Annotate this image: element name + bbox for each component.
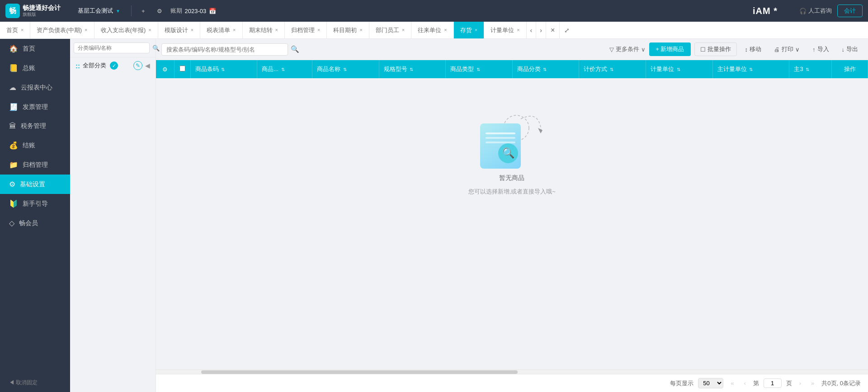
tab-subject-init-close[interactable]: ×: [359, 28, 362, 33]
horizontal-scrollbar[interactable]: [156, 369, 868, 374]
import-button[interactable]: ↑ 导入: [808, 43, 834, 56]
product-search-icon[interactable]: 🔍: [291, 45, 299, 53]
col-name[interactable]: 商品名称 ⇅: [312, 60, 379, 78]
sort-spec-icon: ⇅: [410, 67, 413, 72]
add-product-label: + 新增商品: [656, 45, 684, 53]
sidebar-item-member[interactable]: ◇ 畅会员: [0, 213, 70, 233]
tab-subject-init[interactable]: 科目期初 ×: [327, 22, 369, 39]
kuaiji-button[interactable]: 会计: [837, 5, 863, 17]
sort-code-icon: ⇅: [281, 67, 285, 72]
add-product-button[interactable]: + 新增商品: [649, 43, 690, 56]
first-page-button[interactable]: «: [728, 379, 736, 387]
move-button[interactable]: ↕ 移动: [741, 43, 766, 56]
sidebar-item-guide[interactable]: 🔰 新手引导: [0, 194, 70, 213]
col-extra[interactable]: 主3 ⇅: [789, 60, 832, 78]
page-number-input[interactable]: [764, 378, 782, 388]
scroll-thumb[interactable]: [201, 370, 518, 374]
tab-dept-employee-close[interactable]: ×: [402, 28, 405, 33]
product-search-input[interactable]: [161, 43, 288, 56]
plus-icon: +: [142, 8, 145, 14]
last-page-button[interactable]: »: [808, 379, 817, 387]
tab-home-label: 首页: [6, 26, 18, 34]
tab-income-close[interactable]: ×: [148, 28, 151, 33]
next-page-button[interactable]: ›: [797, 379, 804, 387]
tab-template-close[interactable]: ×: [191, 28, 193, 33]
prev-page-button[interactable]: ‹: [741, 379, 748, 387]
chevron-down-icon: ▼: [116, 9, 120, 14]
tab-close-all-button[interactable]: ×: [546, 22, 560, 39]
calendar-icon[interactable]: 📅: [209, 8, 216, 14]
sidebar-item-archive[interactable]: 📁 归档管理: [0, 155, 70, 175]
sort-name-icon: ⇅: [343, 67, 347, 72]
tab-period-transfer[interactable]: 期末结转 ×: [243, 22, 285, 39]
tab-balance-sheet[interactable]: 资产负债表(中期) ×: [30, 22, 94, 39]
col-unit[interactable]: 计量单位 ⇅: [646, 60, 713, 78]
category-search-area: 🔍: [70, 39, 156, 57]
tab-period-transfer-close[interactable]: ×: [275, 28, 278, 33]
col-price-method[interactable]: 计价方式 ⇅: [579, 60, 646, 78]
tab-bar: 首页 × 资产负债表(中期) × 收入支出表(年报) × 模版设计 × 税表清单…: [0, 22, 868, 39]
tab-contacts[interactable]: 往来单位 ×: [411, 22, 453, 39]
tab-inventory[interactable]: 存货 ×: [454, 22, 484, 39]
sidebar-item-reports[interactable]: ☁ 云报表中心: [0, 78, 70, 97]
settle-icon: 💰: [9, 141, 18, 150]
tab-next-button[interactable]: ›: [536, 22, 546, 39]
company-selector[interactable]: 基层工会测试 ▼: [73, 5, 125, 17]
col-code[interactable]: 商品... ⇅: [257, 60, 312, 78]
tab-home-close[interactable]: ×: [21, 28, 24, 33]
col-barcode[interactable]: 商品条码 ⇅: [190, 60, 257, 78]
tab-contacts-close[interactable]: ×: [444, 28, 447, 33]
sidebar-item-tax[interactable]: 🏛 税务管理: [0, 117, 70, 136]
sidebar-item-ledger[interactable]: 📒 总账: [0, 58, 70, 78]
sidebar-item-home[interactable]: 🏠 首页: [0, 39, 70, 58]
select-all-checkbox[interactable]: [179, 66, 185, 71]
settings-button[interactable]: ⚙: [153, 6, 166, 16]
category-edit-button[interactable]: ✎: [133, 61, 142, 70]
col-main-unit[interactable]: 主计量单位 ⇅: [712, 60, 789, 78]
cloud-icon: ☁: [9, 83, 16, 92]
service-button[interactable]: 🎧 人工咨询: [799, 7, 832, 15]
tab-template[interactable]: 模版设计 ×: [158, 22, 200, 39]
tab-prev-button[interactable]: ‹: [527, 22, 537, 39]
col-spec[interactable]: 规格型号 ⇅: [379, 60, 446, 78]
tab-template-label: 模版设计: [165, 26, 188, 34]
tab-archive-close[interactable]: ×: [317, 28, 320, 33]
tab-unit[interactable]: 计量单位 ×: [484, 22, 526, 39]
tab-archive[interactable]: 归档管理 ×: [285, 22, 327, 39]
tab-tax-list-close[interactable]: ×: [233, 28, 236, 33]
headset-icon: 🎧: [799, 8, 807, 14]
tab-home[interactable]: 首页 ×: [0, 22, 30, 39]
tab-dept-employee[interactable]: 部门员工 ×: [369, 22, 411, 39]
sidebar-item-settings[interactable]: ⚙ 基础设置: [0, 175, 70, 194]
category-panel: 🔍 :: 全部分类 ✓ ✎ ◀: [70, 39, 156, 392]
tab-balance-sheet-close[interactable]: ×: [85, 28, 87, 33]
print-button[interactable]: 🖨 打印 ∨: [769, 43, 804, 56]
export-button[interactable]: ↓ 导出: [837, 43, 863, 56]
col-settings[interactable]: ⚙: [156, 60, 174, 78]
sidebar-item-settle[interactable]: 💰 结账: [0, 136, 70, 155]
col-checkbox[interactable]: [174, 60, 190, 78]
tab-inventory-close[interactable]: ×: [475, 28, 477, 33]
tab-expand-button[interactable]: ⤢: [560, 22, 574, 39]
empty-state: 🔍 暂无商品 您可以选择新增,或者直接导入哦~: [156, 78, 868, 232]
col-category[interactable]: 商品分类 ⇅: [512, 60, 579, 78]
cancel-pin-button[interactable]: ◀ 取消固定: [0, 373, 70, 392]
tab-tax-list[interactable]: 税表清单 ×: [200, 22, 242, 39]
main-panel: 🔍 ▽ 更多条件 ∨ + 新增商品 ☐ 批量操作 ↕: [156, 39, 868, 392]
tab-unit-close[interactable]: ×: [517, 28, 519, 33]
collapse-panel-button[interactable]: ◀: [145, 62, 150, 69]
col-type[interactable]: 商品类型 ⇅: [446, 60, 513, 78]
category-search-input[interactable]: [74, 43, 150, 53]
add-tab-button[interactable]: +: [138, 6, 149, 16]
sidebar-item-settle-label: 结账: [23, 142, 35, 150]
sidebar-item-invoice[interactable]: 🧾 发票管理: [0, 97, 70, 117]
more-filter-button[interactable]: ▽ 更多条件 ∨: [609, 45, 646, 53]
batch-operation-button[interactable]: ☐ 批量操作: [694, 43, 737, 56]
sort-unit-icon: ⇅: [677, 67, 680, 72]
tab-income[interactable]: 收入支出表(年报) ×: [94, 22, 158, 39]
per-page-select[interactable]: 50 20 100: [698, 378, 723, 388]
service-label: 人工咨询: [808, 7, 832, 15]
category-hash-icon: ::: [75, 62, 80, 70]
batch-icon: ☐: [700, 46, 706, 53]
divider: [131, 5, 132, 16]
